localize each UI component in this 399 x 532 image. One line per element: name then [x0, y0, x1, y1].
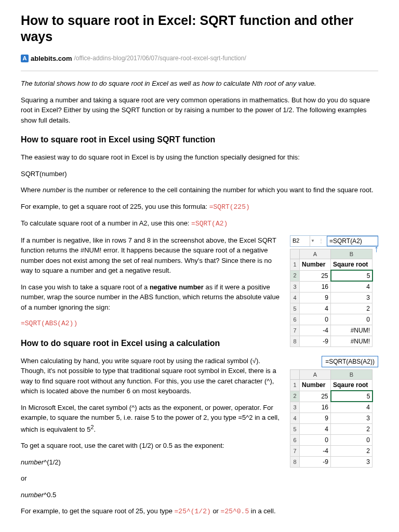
row-header: 7: [290, 446, 300, 457]
cell: 0: [331, 435, 373, 446]
excel-screenshot-sqrt: B2 ▼ ⋮ =SQRT(A2) A B 1NumberSqaure root …: [290, 235, 378, 348]
col-header: A: [300, 369, 331, 380]
cell-negative: -4: [300, 325, 331, 336]
cell-reference-box: B2: [290, 236, 310, 246]
cell-error: #NUM!: [331, 325, 373, 336]
cell: 9: [300, 413, 331, 424]
text-fragment: In Microsoft Excel, the caret symbol (^)…: [21, 404, 280, 433]
body-paragraph: Squaring a number and taking a square ro…: [21, 95, 378, 126]
body-paragraph: Where number is the number or reference …: [21, 185, 378, 195]
cell: 3: [331, 457, 373, 468]
row-header: 1: [290, 380, 300, 391]
row-header: 3: [290, 402, 300, 413]
cell: Sqaure root: [331, 259, 373, 271]
row-header: 5: [290, 303, 300, 314]
row-header: 4: [290, 413, 300, 424]
cell: 2: [331, 446, 373, 457]
row-header: 7: [290, 325, 300, 336]
col-header: B: [331, 369, 373, 380]
text-fragment: .: [94, 425, 96, 433]
excel-grid: A B 1NumberSqaure root 2255 3164 493 542…: [290, 369, 373, 468]
corner-cell: [290, 369, 300, 380]
formula-notation: number^0.5: [21, 490, 281, 500]
cell: 0: [331, 314, 373, 325]
body-paragraph: For example, to get a square root of 225…: [21, 202, 378, 212]
cell: 2: [331, 303, 373, 314]
cell-negative: -9: [300, 336, 331, 347]
col-header: B: [331, 249, 373, 259]
cell: 25: [300, 391, 331, 402]
intro-paragraph: The tutorial shows how to do square root…: [21, 78, 378, 89]
cell: 0: [300, 314, 331, 325]
cell: Number: [300, 259, 331, 271]
body-paragraph: To get a square root, use the caret with…: [21, 441, 281, 451]
row-header: 1: [290, 259, 300, 271]
cell: Number: [300, 380, 331, 391]
row-header: 2: [290, 270, 300, 281]
row-header: 6: [290, 435, 300, 446]
row-header: 5: [290, 424, 300, 435]
syntax-text: SQRT(number): [21, 169, 378, 179]
or-text: or: [21, 473, 281, 484]
text-fragment: For example, to get the square root of 2…: [21, 507, 175, 515]
formula-code: =SQRT(A2): [191, 220, 228, 228]
formula-code: =SQRT(225): [209, 203, 250, 211]
corner-cell: [290, 249, 300, 259]
row-header: 4: [290, 292, 300, 303]
body-paragraph: The easiest way to do square root in Exc…: [21, 152, 378, 163]
body-paragraph: To calculate square root of a number in …: [21, 218, 378, 229]
text-fragment: ^(1/2): [44, 458, 61, 466]
cell: Sqaure root: [331, 380, 373, 391]
cell: 4: [331, 402, 373, 413]
body-paragraph: For example, to get the square root of 2…: [21, 506, 281, 517]
source-line: A ablebits.com/office-addins-blog/2017/0…: [21, 54, 378, 64]
cell: 16: [300, 402, 331, 413]
formula-content: =SQRT(ABS(A2)): [322, 356, 378, 367]
cell: -9: [300, 457, 331, 468]
cell-selected: 5: [331, 270, 373, 281]
cell: 4: [331, 281, 373, 292]
formula-bar: =SQRT(ABS(A2)): [290, 356, 378, 367]
col-header: A: [300, 249, 331, 259]
text-fragment: For example, to get a square root of 225…: [21, 203, 209, 210]
text-fragment: In case you wish to take a square root o…: [21, 283, 150, 291]
site-logo-icon: A: [21, 55, 29, 62]
formula-content: =SQRT(A2): [327, 236, 378, 246]
text-fragment: in a cell.: [249, 507, 275, 515]
section-heading-sqrt: How to square root in Excel using SQRT f…: [21, 134, 378, 146]
row-header: 3: [290, 281, 300, 292]
formula-bar: B2 ▼ ⋮ =SQRT(A2): [290, 235, 378, 247]
row-header: 8: [290, 336, 300, 347]
url-path: /office-addins-blog/2017/06/07/square-ro…: [74, 54, 246, 63]
body-paragraph: In case you wish to take a square root o…: [21, 282, 281, 313]
cell: 3: [331, 413, 373, 424]
row-header: 8: [290, 457, 300, 468]
body-paragraph: In Microsoft Excel, the caret symbol (^)…: [21, 403, 281, 435]
dropdown-icon: ▼: [310, 238, 315, 244]
cell-error: #NUM!: [331, 336, 373, 347]
formula-block: =SQRT(ABS(A2)): [21, 318, 281, 329]
text-fragment: or: [211, 507, 221, 515]
cell: 16: [300, 281, 331, 292]
cell: 2: [331, 424, 373, 435]
excel-grid: A B 1NumberSqaure root 2255 3164 493 542…: [290, 249, 373, 348]
body-paragraph: When calculating by hand, you write squa…: [21, 356, 281, 396]
section-heading-calc: How to do square root in Excel using a c…: [21, 337, 281, 350]
excel-screenshot-abs: =SQRT(ABS(A2)) A B 1NumberSqaure root 22…: [290, 356, 378, 468]
cell: 0: [300, 435, 331, 446]
cell: -4: [300, 446, 331, 457]
body-paragraph: If a number is negative, like in rows 7 …: [21, 235, 281, 276]
cell-selected: 5: [331, 391, 373, 402]
text-fragment: is the number or reference to the cell c…: [65, 186, 374, 194]
text-fragment: Where: [21, 186, 43, 194]
cell: 3: [331, 292, 373, 303]
formula-code: =25^0.5: [221, 508, 249, 515]
page-title: How to square root in Excel: SQRT functi…: [21, 12, 378, 45]
formula-notation: number^(1/2): [21, 457, 281, 468]
cell: 4: [300, 303, 331, 314]
fx-icon: ⋮: [315, 237, 327, 245]
site-name: ablebits.com: [31, 54, 72, 64]
param-name: number: [21, 491, 44, 499]
emphasis-text: negative number: [150, 283, 204, 291]
text-fragment: ^0.5: [44, 491, 56, 499]
